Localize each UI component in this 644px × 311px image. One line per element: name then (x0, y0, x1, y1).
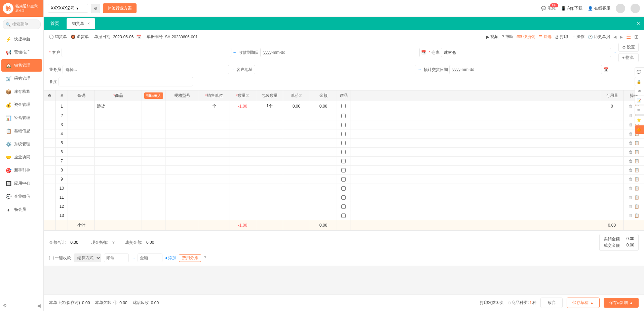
row-pkgqty-8[interactable] (256, 175, 283, 184)
online-service-button[interactable]: 👤 在线客服 (588, 5, 610, 11)
fee-split-button[interactable]: 费用分摊 (179, 254, 201, 262)
row-settings-6[interactable] (44, 157, 56, 165)
delete-row-icon-0[interactable]: 🗑 (629, 104, 633, 109)
row-spec-7[interactable] (165, 166, 199, 174)
row-qty-0[interactable]: -1.00 (229, 101, 256, 111)
copy-row-icon-6[interactable]: 📋 (634, 159, 639, 163)
row-gift-9[interactable] (337, 184, 350, 193)
row-amount-8[interactable] (310, 175, 337, 184)
row-salesunit-11[interactable] (199, 202, 229, 211)
row-salesunit-7[interactable] (199, 166, 229, 174)
row-spec-9[interactable] (165, 184, 199, 193)
row-qty-8[interactable] (229, 175, 256, 184)
remark-input[interactable] (62, 79, 190, 84)
discard-button[interactable]: 放弃 (540, 298, 563, 308)
row-barcode-4[interactable] (68, 139, 95, 147)
row-gift-12[interactable] (337, 211, 350, 220)
row-pkgqty-2[interactable] (256, 120, 283, 129)
row-gift-7[interactable] (337, 166, 350, 174)
user-avatar-2[interactable] (631, 4, 640, 13)
total-owed-help-icon[interactable]: ⓘ (113, 300, 117, 306)
message-button[interactable]: 💬 消息 99+ (541, 5, 556, 11)
row-salesunit-8[interactable] (199, 175, 229, 184)
row-spec-5[interactable] (165, 148, 199, 156)
filter-btn[interactable]: ☰ 筛选 (539, 34, 552, 40)
right-float-eye[interactable]: 👁 (635, 87, 644, 95)
row-qty-6[interactable] (229, 157, 256, 165)
delete-row-icon-8[interactable]: 🗑 (629, 177, 633, 182)
row-product-2[interactable] (95, 120, 142, 129)
th-settings[interactable]: ⚙ (44, 90, 56, 101)
search-menu-button[interactable]: 🔍 搜索菜单 (3, 20, 41, 29)
row-barcode-1[interactable] (68, 111, 95, 120)
customer-input[interactable] (65, 50, 229, 55)
print-btn[interactable]: 🖨 打印 (555, 34, 568, 40)
row-spec-2[interactable] (165, 120, 199, 129)
row-settings-3[interactable] (44, 129, 56, 138)
row-gift-3[interactable] (337, 129, 350, 138)
row-barcode-6[interactable] (68, 157, 95, 165)
row-settings-0[interactable] (44, 101, 56, 111)
row-settings-4[interactable] (44, 139, 56, 147)
user-avatar[interactable] (616, 4, 625, 13)
experience-button[interactable]: 体验行业方案 (103, 3, 137, 13)
row-pkgqty-1[interactable] (256, 111, 283, 120)
nav-next-icon[interactable]: ▶ (620, 35, 623, 39)
row-barcode-2[interactable] (68, 120, 95, 129)
row-pkgqty-7[interactable] (256, 166, 283, 174)
delete-row-icon-4[interactable]: 🗑 (629, 141, 633, 145)
row-amount-1[interactable] (310, 111, 337, 120)
row-barcode-8[interactable] (68, 175, 95, 184)
row-barcode-5[interactable] (68, 148, 95, 156)
account-input-wrap[interactable] (104, 254, 129, 262)
copy-row-icon-8[interactable]: 📋 (634, 177, 639, 182)
row-note-9[interactable] (350, 184, 600, 193)
warehouse-input-wrap[interactable]: 建材仓 (441, 48, 611, 57)
copy-row-icon-9[interactable]: 📋 (634, 186, 639, 191)
payment-due-input-wrap[interactable] (260, 48, 419, 57)
row-product-5[interactable] (95, 148, 142, 156)
row-pkgqty-3[interactable] (256, 129, 283, 138)
row-amount-3[interactable] (310, 129, 337, 138)
row-amount-7[interactable] (310, 166, 337, 174)
row-note-3[interactable] (350, 129, 600, 138)
account-input[interactable] (106, 256, 126, 260)
row-pkgqty-11[interactable] (256, 202, 283, 211)
row-gift-1[interactable] (337, 111, 350, 120)
delete-row-icon-10[interactable]: 🗑 (629, 195, 633, 200)
sidebar-item-inventory[interactable]: 📦库存核算 (1, 85, 42, 98)
sales-order-radio-label[interactable]: 销货单 (49, 34, 67, 40)
one-click-payment-label[interactable]: 一键收款 (49, 255, 71, 261)
history-btn[interactable]: 🕐 历史单据 (588, 34, 610, 40)
row-gift-6[interactable] (337, 157, 350, 165)
row-note-5[interactable] (350, 148, 600, 156)
row-salesunit-12[interactable] (199, 211, 229, 220)
row-settings-1[interactable] (44, 111, 56, 120)
row-salesunit-0[interactable]: 个 (199, 101, 229, 111)
row-amount-10[interactable] (310, 193, 337, 202)
row-spec-12[interactable] (165, 211, 199, 220)
row-amount-4[interactable] (310, 139, 337, 147)
row-unitprice-12[interactable] (283, 211, 310, 220)
copy-row-icon-11[interactable]: 📋 (634, 204, 639, 209)
sidebar-item-system[interactable]: ⚙️系统管理 (1, 138, 42, 150)
row-barcode-11[interactable] (68, 202, 95, 211)
row-unitprice-7[interactable] (283, 166, 310, 174)
row-qty-2[interactable] (229, 120, 256, 129)
right-float-star[interactable]: ⭐ (635, 115, 644, 124)
delete-row-icon-1[interactable]: 🗑 (629, 113, 633, 118)
row-gift-2[interactable] (337, 120, 350, 129)
row-spec-6[interactable] (165, 157, 199, 165)
right-float-chat[interactable]: 💬 (635, 67, 644, 76)
row-spec-3[interactable] (165, 129, 199, 138)
row-qty-10[interactable] (229, 193, 256, 202)
row-note-12[interactable] (350, 211, 600, 220)
customer-addr-input[interactable] (257, 67, 413, 72)
row-settings-7[interactable] (44, 166, 56, 174)
right-float-edit[interactable]: ✏ (635, 106, 644, 115)
save-new-button[interactable]: 保存&新增 ▲ (604, 298, 639, 308)
row-gift-4[interactable] (337, 139, 350, 147)
row-amount-0[interactable]: 0.00 (310, 101, 337, 111)
add-payment-button[interactable]: ● 添加 (165, 255, 176, 261)
sidebar-item-guide[interactable]: 🎯新手引导 (1, 164, 42, 177)
